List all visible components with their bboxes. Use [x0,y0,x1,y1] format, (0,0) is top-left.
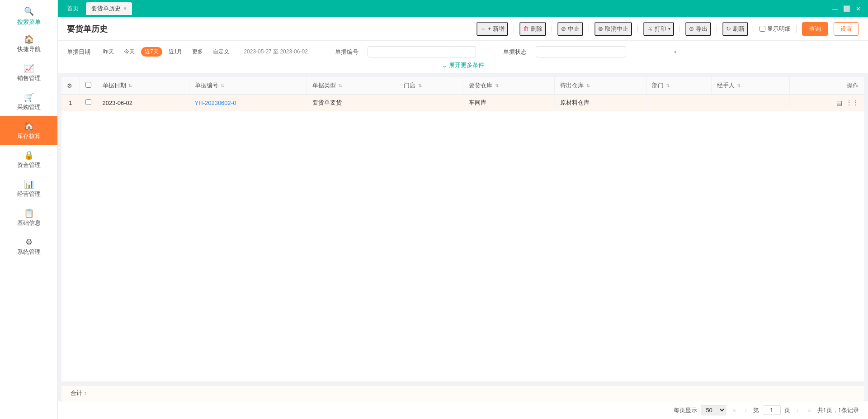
summary-bar: 合计： [61,385,864,401]
print-dropdown-icon: ▾ [668,26,670,31]
sort-handler-icon[interactable]: ⇅ [737,83,741,88]
close-window-button[interactable]: ✕ [856,5,861,12]
col-number: 单据编号 ⇅ [189,77,307,95]
cell-checkbox [80,95,97,111]
action-more-icon[interactable]: ⋮⋮ [846,99,859,106]
delete-button[interactable]: 🗑 删除 [519,22,546,36]
sort-date-icon[interactable]: ⇅ [128,83,132,88]
doc-number-label: 单据编号 [335,48,359,56]
sidebar-item-purchase[interactable]: 🛒 采购管理 [0,87,57,116]
sort-dept-icon[interactable]: ⇅ [666,83,670,88]
table-wrapper: ⚙ 单据日期 ⇅ 单据编号 ⇅ 单据类型 [61,77,864,381]
cell-number[interactable]: YH-20230602-0 [189,95,307,111]
minimize-button[interactable]: — [832,5,838,12]
page-title: 要货单历史 [67,24,108,34]
basic-info-icon: 📋 [24,209,34,217]
date-filter-group: 昨天 今天 近7天 近1月 更多 自定义 [99,47,233,57]
col-settings[interactable]: ⚙ [61,77,80,95]
date-btn-yesterday[interactable]: 昨天 [99,47,118,57]
settings-button[interactable]: 设置 [834,22,859,36]
row-checkbox[interactable] [85,99,91,105]
tabbar-controls: — ⬜ ✕ [832,5,864,12]
status-select[interactable] [536,46,626,57]
export-button[interactable]: ⊙ 导出 [685,22,711,36]
page-suffix-label: 页 [784,406,790,414]
date-btn-today[interactable]: 今天 [120,47,138,57]
sort-store-icon[interactable]: ⇅ [418,83,422,88]
sort-number-icon[interactable]: ⇅ [221,83,224,88]
search-icon: 🔍 [24,6,34,16]
tab-close-icon[interactable]: × [123,5,127,12]
content-area: 要货单历史 ＋ + 新增 🗑 删除 ⊘ 中止 ⊗ [58,17,868,419]
divider-4 [637,25,638,33]
print-icon: 🖨 [647,25,653,32]
tab-requisition-history[interactable]: 要货单历史 × [86,2,132,15]
col-type: 单据类型 ⇅ [307,77,398,95]
doc-number-link[interactable]: YH-20230602-0 [195,100,236,106]
action-edit-icon[interactable]: ▤ [836,99,842,106]
prev-page-button[interactable]: ‹ [742,406,750,414]
divider-1 [514,25,514,33]
sort-type-icon[interactable]: ⇅ [339,83,342,88]
sidebar-item-finance[interactable]: 🔒 资金管理 [0,145,57,174]
divider-2 [552,25,552,33]
refresh-icon: ↻ [726,25,731,32]
doc-number-input[interactable] [368,46,476,57]
stop-button[interactable]: ⊘ 中止 [557,22,583,36]
select-all-checkbox[interactable] [85,82,91,88]
page-size-select[interactable]: 50 100 200 [701,405,726,415]
sidebar-item-operations[interactable]: 📊 经营管理 [0,174,57,203]
cell-num: 1 [61,95,80,111]
home-icon: 🏠 [24,35,34,43]
page-label: 第 [753,406,759,414]
sidebar-item-inventory[interactable]: 🏠 库存核算 [0,116,57,145]
system-icon: ⚙ [25,238,33,246]
first-page-button[interactable]: « [730,406,738,414]
expand-row: ⌄ 展开更多条件 [67,61,859,69]
print-button[interactable]: 🖨 打印 ▾ [643,22,674,36]
date-range-display: 2023-05-27 至 2023-06-02 [244,48,307,56]
page-number-input[interactable] [763,405,781,415]
sidebar-item-sales[interactable]: 📈 销售管理 [0,58,57,87]
date-btn-custom[interactable]: 自定义 [209,47,233,57]
display-detail-checkbox[interactable] [760,26,765,32]
sidebar-item-basic-info[interactable]: 📋 基础信息 [0,203,57,232]
sort-pending-warehouse-icon[interactable]: ⇅ [586,83,590,88]
sidebar-item-quick-nav[interactable]: 🏠 快捷导航 [0,29,57,58]
cell-handler [711,95,789,111]
page-header: 要货单历史 ＋ + 新增 🗑 删除 ⊘ 中止 ⊗ [58,17,868,41]
last-page-button[interactable]: » [805,406,813,414]
maximize-button[interactable]: ⬜ [843,5,850,12]
new-button[interactable]: ＋ + 新增 [476,22,508,36]
sidebar-item-system[interactable]: ⚙ 系统管理 [0,232,57,261]
date-btn-7days[interactable]: 近7天 [141,47,162,57]
refresh-button[interactable]: ↻ 刷新 [722,22,748,36]
date-btn-more[interactable]: 更多 [189,47,207,57]
divider-3 [589,25,589,33]
col-checkbox [80,77,97,95]
display-detail-toggle[interactable]: 显示明细 [760,25,791,33]
date-btn-1month[interactable]: 近1月 [165,47,186,57]
filter-area: 单据日期 昨天 今天 近7天 近1月 更多 自定义 2023-05-27 至 2… [58,41,868,73]
purchase-icon: 🛒 [24,93,34,101]
table-row: 1 2023-06-02 YH-20230602-0 要货单要货 车间库 原材料… [61,95,864,111]
sidebar-item-search-menu[interactable]: 🔍 搜索菜单 [0,0,57,29]
divider-5 [679,25,680,33]
status-select-wrapper [536,46,680,57]
action-icons: ▤ ⋮⋮ [795,99,859,106]
divider-8 [796,25,797,33]
next-page-button[interactable]: › [794,406,801,414]
status-label: 单据状态 [503,48,527,56]
sort-req-warehouse-icon[interactable]: ⇅ [495,83,499,88]
cell-date: 2023-06-02 [97,95,189,111]
sidebar: 🔍 搜索菜单 🏠 快捷导航 📈 销售管理 🛒 采购管理 🏠 库存核算 🔒 资金管… [0,0,58,419]
toolbar: ＋ + 新增 🗑 删除 ⊘ 中止 ⊗ 取消中止 [476,22,859,36]
operations-icon: 📊 [24,180,34,188]
tab-home[interactable]: 首页 [61,2,84,15]
col-action: 操作 [789,77,864,95]
cell-action: ▤ ⋮⋮ [789,95,864,111]
cancel-stop-button[interactable]: ⊗ 取消中止 [594,22,632,36]
query-button[interactable]: 查询 [802,22,828,36]
expand-more-button[interactable]: ⌄ 展开更多条件 [442,61,484,69]
per-page-label: 每页显示 [674,406,697,414]
